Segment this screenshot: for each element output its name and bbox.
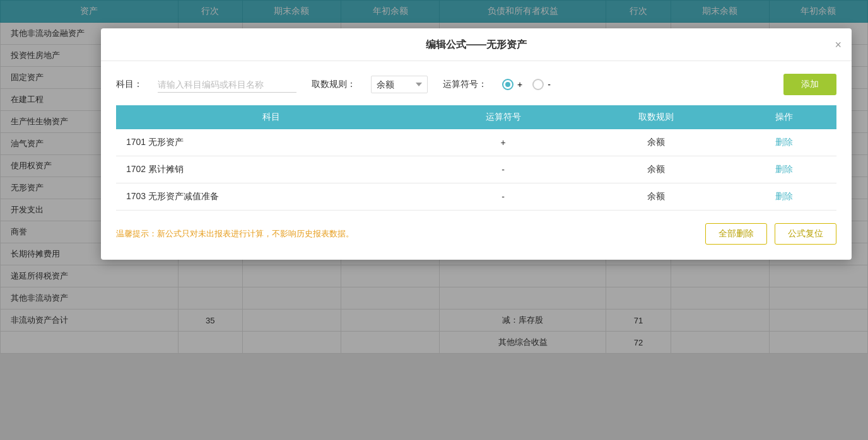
formula-form: 科目： 取数规则： 余额 借方 贷方 借方发生额 贷方发生额 运算符号： + -… [101, 61, 852, 105]
close-button[interactable]: × [835, 39, 842, 50]
radio-plus-indicator [502, 79, 513, 90]
radio-minus-label: - [548, 79, 551, 90]
formula-table: 科目 运算符号 取数规则 操作 1701 无形资产 + 余额 删除 1702 累… [116, 105, 836, 211]
delete-row-link[interactable]: 删除 [775, 164, 793, 174]
reset-formula-button[interactable]: 公式复位 [775, 223, 836, 245]
operator-minus-radio[interactable]: - [532, 79, 551, 90]
modal-footer: 温馨提示：新公式只对未出报表进行计算，不影响历史报表数据。 全部删除 公式复位 [101, 211, 852, 245]
formula-action: 删除 [732, 129, 836, 156]
formula-rule: 余额 [580, 183, 732, 211]
rule-select[interactable]: 余额 借方 贷方 借方发生额 贷方发生额 [371, 76, 428, 93]
delete-row-link[interactable]: 删除 [775, 137, 793, 147]
th-rule: 取数规则 [580, 105, 732, 129]
formula-action: 删除 [732, 156, 836, 183]
delete-all-button[interactable]: 全部删除 [705, 223, 767, 245]
formula-action: 删除 [732, 183, 836, 211]
footer-tip: 温馨提示：新公式只对未出报表进行计算，不影响历史报表数据。 [116, 228, 354, 240]
modal-header: 编辑公式——无形资产 × [101, 28, 852, 61]
formula-operator: - [427, 156, 580, 183]
th-subject: 科目 [116, 105, 427, 129]
subject-label: 科目： [116, 79, 143, 90]
operator-label: 运算符号： [443, 79, 487, 90]
formula-rule: 余额 [580, 156, 732, 183]
formula-rule: 余额 [580, 129, 732, 156]
formula-row: 1702 累计摊销 - 余额 删除 [116, 156, 836, 183]
operator-plus-radio[interactable]: + [502, 79, 522, 90]
operator-radio-group: + - [502, 79, 551, 90]
rule-label: 取数规则： [312, 79, 356, 90]
formula-subject: 1702 累计摊销 [116, 156, 427, 183]
radio-minus-indicator [532, 79, 544, 90]
th-action: 操作 [732, 105, 836, 129]
modal-title: 编辑公式——无形资产 [426, 39, 527, 50]
th-operator: 运算符号 [427, 105, 580, 129]
radio-plus-label: + [517, 79, 522, 90]
formula-table-wrap: 科目 运算符号 取数规则 操作 1701 无形资产 + 余额 删除 1702 累… [101, 105, 852, 211]
footer-buttons: 全部删除 公式复位 [705, 223, 836, 245]
formula-subject: 1701 无形资产 [116, 129, 427, 156]
formula-subject: 1703 无形资产减值准备 [116, 183, 427, 211]
subject-input[interactable] [158, 77, 296, 93]
formula-operator: - [427, 183, 580, 211]
add-button[interactable]: 添加 [783, 74, 836, 95]
formula-row: 1703 无形资产减值准备 - 余额 删除 [116, 183, 836, 211]
formula-operator: + [427, 129, 580, 156]
delete-row-link[interactable]: 删除 [775, 191, 793, 201]
edit-formula-modal: 编辑公式——无形资产 × 科目： 取数规则： 余额 借方 贷方 借方发生额 贷方… [101, 28, 852, 260]
formula-row: 1701 无形资产 + 余额 删除 [116, 129, 836, 156]
